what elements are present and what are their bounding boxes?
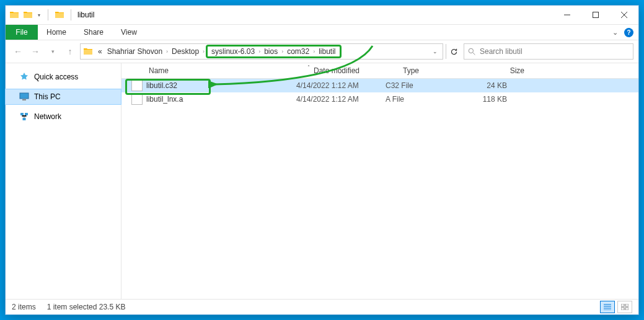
status-selection: 1 item selected 23.5 KB	[47, 303, 126, 311]
svg-rect-4	[20, 113, 24, 115]
breadcrumb-segment[interactable]: bios	[262, 47, 280, 56]
sidebar-item-label: Quick access	[34, 73, 78, 81]
chevron-right-icon[interactable]: ›	[312, 48, 316, 55]
view-tab[interactable]: View	[112, 25, 146, 40]
breadcrumb-segment[interactable]: libutil	[316, 47, 338, 56]
chevron-right-icon[interactable]: ›	[280, 48, 285, 55]
breadcrumb-segment[interactable]: syslinux-6.03	[209, 47, 257, 56]
sidebar-item-label: This PC	[34, 92, 61, 101]
sort-indicator-icon: ˄	[307, 64, 310, 70]
file-name: libutil.c32	[146, 81, 177, 90]
quick-access-toolbar: ▾	[6, 9, 74, 20]
file-date: 4/14/2022 1:12 AM	[296, 81, 386, 90]
file-type: A File	[386, 95, 457, 104]
svg-rect-7	[621, 304, 624, 306]
monitor-icon	[19, 92, 29, 102]
network-icon	[19, 112, 29, 122]
breadcrumb-segment[interactable]: com32	[285, 47, 312, 56]
refresh-button[interactable]	[446, 44, 461, 59]
sidebar-item-quick-access[interactable]: Quick access	[6, 69, 121, 84]
svg-rect-3	[22, 99, 26, 100]
toolbar-dropdown-icon[interactable]: ▾	[37, 12, 42, 18]
chevron-right-icon[interactable]: ›	[257, 48, 262, 55]
breadcrumb-segment[interactable]: Desktop	[169, 47, 201, 56]
folder-icon	[83, 47, 93, 56]
sidebar-item-network[interactable]: Network	[6, 109, 121, 124]
svg-point-1	[469, 48, 473, 53]
svg-rect-6	[23, 118, 26, 120]
titlebar: ▾ libutil	[6, 6, 638, 25]
home-tab[interactable]: Home	[38, 25, 75, 40]
highlighted-path: syslinux-6.03 › bios › com32 › libutil	[206, 45, 341, 58]
thumbnails-view-button[interactable]	[617, 301, 632, 313]
breadcrumb-segment[interactable]: Shahriar Shovon	[105, 47, 165, 56]
svg-rect-0	[593, 12, 599, 18]
sidebar-item-label: Network	[34, 112, 61, 121]
column-header-name[interactable]: Name	[121, 66, 314, 75]
maximize-button[interactable]	[581, 6, 610, 24]
status-item-count: 2 items	[12, 303, 36, 311]
navigation-pane: Quick access This PC Network	[6, 63, 121, 299]
file-icon	[131, 94, 143, 105]
recent-dropdown-icon[interactable]: ▾	[45, 44, 60, 59]
svg-rect-10	[625, 308, 629, 310]
back-button[interactable]: ←	[11, 44, 25, 59]
close-button[interactable]	[610, 6, 638, 24]
folder-icon	[9, 10, 19, 20]
file-list-pane: ˄ Name Date modified Type Size libutil.c…	[121, 63, 638, 299]
address-bar[interactable]: « Shahriar Shovon › Desktop › syslinux-6…	[80, 43, 443, 60]
explorer-window: ▾ libutil File Home Share View ⌄ ? ← → ▾…	[5, 5, 639, 315]
file-tab[interactable]: File	[6, 25, 38, 40]
up-button[interactable]: ↑	[63, 44, 77, 59]
address-dropdown-icon[interactable]: ⌄	[433, 48, 438, 55]
ribbon-tabs: File Home Share View ⌄ ?	[6, 25, 638, 40]
file-icon	[131, 80, 143, 91]
column-header-size[interactable]: Size	[475, 66, 532, 75]
search-icon	[468, 48, 476, 56]
svg-rect-8	[625, 304, 629, 306]
help-icon[interactable]: ?	[624, 28, 633, 37]
file-type: C32 File	[386, 81, 457, 90]
file-name: libutil_lnx.a	[146, 95, 183, 104]
chevron-right-icon[interactable]: ›	[201, 48, 206, 55]
svg-rect-9	[621, 308, 624, 310]
sidebar-item-this-pc[interactable]: This PC	[6, 89, 121, 104]
breadcrumb-prefix[interactable]: «	[95, 47, 105, 56]
window-title: libutil	[74, 11, 94, 19]
search-placeholder: Search libutil	[480, 47, 523, 56]
file-size: 24 KB	[457, 81, 514, 90]
file-size: 118 KB	[457, 95, 514, 104]
svg-rect-2	[20, 93, 29, 99]
chevron-right-icon[interactable]: ›	[165, 48, 169, 55]
forward-button[interactable]: →	[28, 44, 43, 59]
column-header-date[interactable]: Date modified	[314, 66, 403, 75]
share-tab[interactable]: Share	[75, 25, 112, 40]
svg-rect-5	[25, 113, 28, 115]
folder-icon	[23, 10, 33, 20]
file-row[interactable]: libutil_lnx.a 4/14/2022 1:12 AM A File 1…	[121, 92, 638, 106]
minimize-button[interactable]	[553, 6, 581, 24]
ribbon-collapse-icon[interactable]: ⌄	[612, 29, 618, 37]
window-controls	[553, 6, 638, 24]
address-row: ← → ▾ ↑ « Shahriar Shovon › Desktop › sy…	[6, 40, 638, 63]
column-header-type[interactable]: Type	[403, 66, 475, 75]
file-row[interactable]: libutil.c32 4/14/2022 1:12 AM C32 File 2…	[121, 79, 638, 92]
app-folder-icon	[55, 10, 64, 20]
status-bar: 2 items 1 item selected 23.5 KB	[6, 299, 638, 314]
column-headers: ˄ Name Date modified Type Size	[121, 63, 638, 79]
search-input[interactable]: Search libutil	[464, 43, 633, 60]
details-view-button[interactable]	[600, 301, 615, 313]
star-icon	[19, 72, 29, 82]
file-date: 4/14/2022 1:12 AM	[296, 95, 386, 104]
